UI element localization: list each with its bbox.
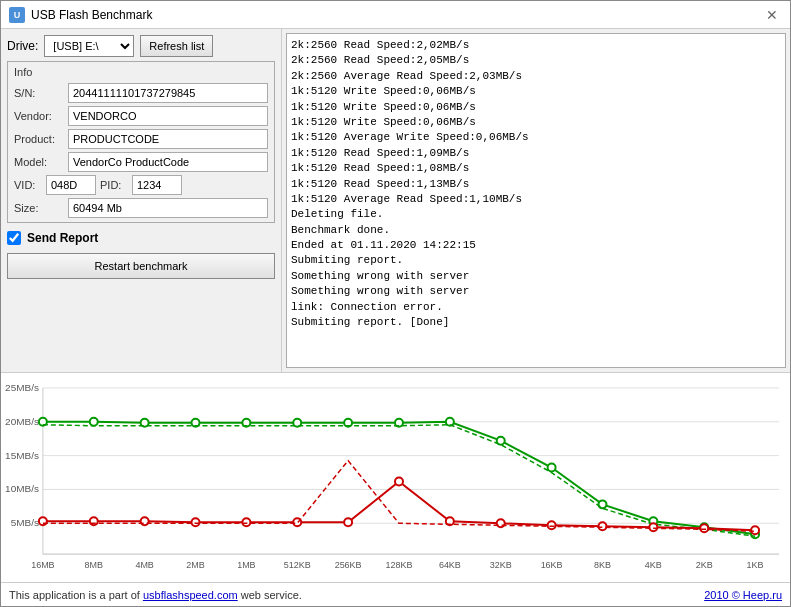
info-group-title: Info xyxy=(14,66,268,78)
product-label: Product: xyxy=(14,133,64,145)
info-group: Info S/N: Vendor: Product: Model: xyxy=(7,61,275,223)
svg-text:8MB: 8MB xyxy=(85,560,103,570)
log-line: Submiting report. xyxy=(291,253,781,268)
svg-text:25MB/s: 25MB/s xyxy=(5,382,39,393)
drive-select[interactable]: [USB] E:\ xyxy=(44,35,134,57)
model-row: Model: xyxy=(14,152,268,172)
svg-text:1MB: 1MB xyxy=(237,560,255,570)
footer-link[interactable]: usbflashspeed.com xyxy=(143,589,238,601)
svg-text:16MB: 16MB xyxy=(31,560,54,570)
log-line: 1k:5120 Average Read Speed:1,10MB/s xyxy=(291,192,781,207)
log-line: 1k:5120 Write Speed:0,06MB/s xyxy=(291,115,781,130)
vendor-input[interactable] xyxy=(68,106,268,126)
log-line: link: Connection error. xyxy=(291,300,781,315)
svg-point-57 xyxy=(700,524,708,532)
send-report-row: Send Report xyxy=(7,227,275,249)
log-line: 1k:5120 Read Speed:1,09MB/s xyxy=(291,146,781,161)
log-line: Deleting file. xyxy=(291,207,781,222)
svg-text:8KB: 8KB xyxy=(594,560,611,570)
svg-point-44 xyxy=(39,517,47,525)
sn-label: S/N: xyxy=(14,87,64,99)
svg-point-50 xyxy=(344,518,352,526)
app-icon: U xyxy=(9,7,25,23)
log-line: 1k:5120 Write Speed:0,06MB/s xyxy=(291,84,781,99)
svg-point-58 xyxy=(751,526,759,534)
log-line: 2k:2560 Read Speed:2,02MB/s xyxy=(291,38,781,53)
svg-text:256KB: 256KB xyxy=(335,560,362,570)
svg-text:15MB/s: 15MB/s xyxy=(5,450,39,461)
svg-point-46 xyxy=(141,517,149,525)
svg-point-48 xyxy=(242,518,250,526)
vid-pid-row: VID: PID: xyxy=(14,175,268,195)
log-area[interactable]: 2k:2560 Read Speed:2,02MB/s2k:2560 Read … xyxy=(286,33,786,368)
chart-area: 25MB/s 20MB/s 15MB/s 10MB/s 5MB/s 16MB 8… xyxy=(1,372,790,582)
sn-input[interactable] xyxy=(68,83,268,103)
model-input[interactable] xyxy=(68,152,268,172)
svg-point-54 xyxy=(548,521,556,529)
window-title: USB Flash Benchmark xyxy=(31,8,152,22)
svg-point-56 xyxy=(649,523,657,531)
size-label: Size: xyxy=(14,202,64,214)
main-content: Drive: [USB] E:\ Refresh list Info S/N: … xyxy=(1,29,790,372)
product-input[interactable] xyxy=(68,129,268,149)
log-line: Something wrong with server xyxy=(291,269,781,284)
pid-input[interactable] xyxy=(132,175,182,195)
svg-text:2MB: 2MB xyxy=(186,560,204,570)
log-line: 2k:2560 Average Read Speed:2,03MB/s xyxy=(291,69,781,84)
svg-point-51 xyxy=(395,478,403,486)
footer-left: This application is a part of usbflashsp… xyxy=(9,589,302,601)
size-input[interactable] xyxy=(68,198,268,218)
vid-input[interactable] xyxy=(46,175,96,195)
close-button[interactable]: ✕ xyxy=(762,5,782,25)
pid-label: PID: xyxy=(100,179,128,191)
svg-text:4MB: 4MB xyxy=(135,560,153,570)
svg-point-39 xyxy=(548,464,556,472)
left-panel: Drive: [USB] E:\ Refresh list Info S/N: … xyxy=(1,29,281,372)
svg-text:128KB: 128KB xyxy=(386,560,413,570)
svg-text:2KB: 2KB xyxy=(696,560,713,570)
send-report-checkbox[interactable] xyxy=(7,231,21,245)
title-bar: U USB Flash Benchmark ✕ xyxy=(1,1,790,29)
footer: This application is a part of usbflashsp… xyxy=(1,582,790,606)
model-label: Model: xyxy=(14,156,64,168)
svg-rect-0 xyxy=(1,373,790,582)
sn-row: S/N: xyxy=(14,83,268,103)
svg-text:4KB: 4KB xyxy=(645,560,662,570)
log-line: Benchmark done. xyxy=(291,223,781,238)
drive-row: Drive: [USB] E:\ Refresh list xyxy=(7,35,275,57)
log-line: 1k:5120 Read Speed:1,08MB/s xyxy=(291,161,781,176)
log-line: 1k:5120 Read Speed:1,13MB/s xyxy=(291,177,781,192)
refresh-button[interactable]: Refresh list xyxy=(140,35,213,57)
product-row: Product: xyxy=(14,129,268,149)
svg-text:5MB/s: 5MB/s xyxy=(11,517,39,528)
chart-svg: 25MB/s 20MB/s 15MB/s 10MB/s 5MB/s 16MB 8… xyxy=(1,373,790,582)
right-panel: 2k:2560 Read Speed:2,02MB/s2k:2560 Read … xyxy=(281,29,790,372)
footer-text-after: web service. xyxy=(238,589,302,601)
svg-point-30 xyxy=(90,418,98,426)
send-report-label: Send Report xyxy=(27,231,98,245)
footer-right-link[interactable]: 2010 © Heep.ru xyxy=(704,589,782,601)
svg-text:10MB/s: 10MB/s xyxy=(5,483,39,494)
log-line: 1k:5120 Average Write Speed:0,06MB/s xyxy=(291,130,781,145)
size-row: Size: xyxy=(14,198,268,218)
footer-text-before: This application is a part of xyxy=(9,589,143,601)
vendor-label: Vendor: xyxy=(14,110,64,122)
svg-point-47 xyxy=(192,518,200,526)
svg-text:16KB: 16KB xyxy=(541,560,563,570)
drive-label: Drive: xyxy=(7,39,38,53)
log-line: Something wrong with server xyxy=(291,284,781,299)
main-window: U USB Flash Benchmark ✕ Drive: [USB] E:\… xyxy=(0,0,791,607)
svg-text:1KB: 1KB xyxy=(747,560,764,570)
vid-label: VID: xyxy=(14,179,42,191)
restart-button[interactable]: Restart benchmark xyxy=(7,253,275,279)
log-line: 2k:2560 Read Speed:2,05MB/s xyxy=(291,53,781,68)
log-line: Ended at 01.11.2020 14:22:15 xyxy=(291,238,781,253)
title-bar-left: U USB Flash Benchmark xyxy=(9,7,152,23)
svg-text:32KB: 32KB xyxy=(490,560,512,570)
svg-text:512KB: 512KB xyxy=(284,560,311,570)
log-line: 1k:5120 Write Speed:0,06MB/s xyxy=(291,100,781,115)
svg-point-45 xyxy=(90,517,98,525)
svg-text:20MB/s: 20MB/s xyxy=(5,416,39,427)
svg-point-55 xyxy=(598,522,606,530)
log-line: Submiting report. [Done] xyxy=(291,315,781,330)
